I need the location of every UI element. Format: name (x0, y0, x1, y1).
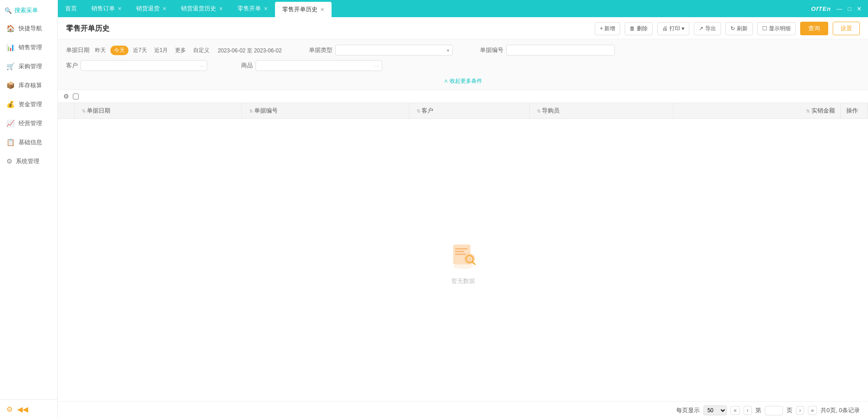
sidebar-item-operations[interactable]: 📈经营管理 (0, 114, 57, 133)
prev-page-btn[interactable]: ‹ (744, 406, 752, 415)
header-row: ⇅ 单据日期⇅ 单据编号⇅ 客户⇅ 导购员⇅ 实销金额操作 (58, 103, 868, 119)
minimize-btn[interactable]: — (836, 5, 842, 12)
tab-close-sales-return[interactable]: ✕ (162, 6, 166, 12)
doc-no-filter: 单据编号 (480, 45, 615, 56)
display-label: 显示明细 (769, 25, 791, 33)
tab-retail-open[interactable]: 零售开单✕ (230, 0, 275, 17)
nav-icon-sales-mgmt: 📊 (6, 43, 15, 52)
print-button[interactable]: 🖨 🖨 打印 打印 ▾ (657, 22, 689, 35)
next-page-btn[interactable]: › (796, 406, 804, 415)
page-number-input[interactable]: 1 (765, 406, 783, 415)
sidebar-item-basic-info[interactable]: 📋基础信息 (0, 133, 57, 152)
doc-type-select-wrapper: ▾ (335, 45, 453, 56)
nav-icon-quick-nav: 🏠 (6, 24, 15, 33)
collapse-conditions[interactable]: ∧ 收起更多条件 (66, 75, 860, 88)
nav-icon-purchase-mgmt: 🛒 (6, 62, 15, 71)
sidebar-collapse-icon[interactable]: ◀◀ (17, 405, 28, 414)
column-settings-icon[interactable]: ⚙ (63, 93, 69, 100)
date-shortcut-today[interactable]: 今天 (110, 46, 128, 55)
tab-close-retail-history[interactable]: ✕ (320, 7, 324, 13)
close-btn[interactable]: ✕ (857, 5, 862, 12)
tab-bar: 首页销售订单✕销货退货✕销货退货历史✕零售开单✕零售开单历史✕ OfTEn — … (58, 0, 868, 17)
nav-label-sales-mgmt: 销售管理 (19, 43, 42, 52)
doc-type-select[interactable] (335, 45, 453, 56)
export-icon: ↗ (699, 25, 703, 32)
refresh-label: 刷新 (737, 25, 748, 33)
empty-state: 暂无数据 (58, 119, 868, 401)
settings-button[interactable]: 设置 (833, 22, 860, 35)
refresh-button[interactable]: ↻ 刷新 (726, 22, 753, 35)
page-label: 第 (755, 406, 761, 414)
tab-label-sales-return-history: 销货退货历史 (181, 5, 216, 13)
sidebar-search-label: 搜索采单 (14, 6, 38, 14)
delete-button[interactable]: 🗑 删除 (625, 22, 652, 35)
export-button[interactable]: ↗ 导出 (694, 22, 721, 35)
tab-retail-history[interactable]: 零售开单历史✕ (275, 2, 332, 17)
brand-label: OfTEn (811, 5, 831, 12)
tab-bar-right: OfTEn — □ ✕ (805, 5, 868, 12)
date-label: 单据日期 (66, 46, 90, 54)
customer-input[interactable] (81, 60, 207, 71)
table-area: ⚙ ⇅ 单据日期⇅ 单据编号⇅ 客户⇅ 导购员⇅ 实销金额操作 (58, 90, 868, 401)
th-settings (58, 103, 74, 119)
tab-close-sales-order[interactable]: ✕ (118, 6, 122, 12)
refresh-icon: ↻ (730, 25, 735, 32)
sort-icon-salesperson[interactable]: ⇅ (537, 108, 541, 113)
svg-rect-3 (455, 251, 464, 252)
query-button[interactable]: 查询 (800, 22, 828, 35)
sort-icon-no[interactable]: ⇅ (249, 108, 253, 113)
export-label: 导出 (705, 25, 716, 33)
tab-home[interactable]: 首页 (58, 0, 84, 17)
sidebar-item-sales-mgmt[interactable]: 📊销售管理 (0, 38, 57, 57)
nav-label-basic-info: 基础信息 (19, 138, 42, 146)
last-page-btn[interactable]: » (808, 406, 817, 415)
per-page-select[interactable]: 50 100 200 (703, 405, 727, 415)
toolbar: + 新增 🗑 删除 🖨 🖨 打印 打印 ▾ ↗ 导出 ↻ 刷新 ☐ 显 (595, 22, 860, 35)
tab-sales-order[interactable]: 销售订单✕ (84, 0, 129, 17)
page-title: 零售开单历史 (66, 24, 109, 33)
sidebar-item-purchase-mgmt[interactable]: 🛒采购管理 (0, 57, 57, 76)
sidebar-item-quick-nav[interactable]: 🏠快捷导航 (0, 19, 57, 38)
add-button[interactable]: + 新增 (595, 22, 620, 35)
sort-icon-amount[interactable]: ⇅ (806, 108, 810, 113)
filter-area: 单据日期 昨天今天近7天近1月更多自定义 2023-06-02 至 2023-0… (58, 39, 868, 90)
sort-icon-date[interactable]: ⇅ (82, 108, 85, 113)
customer-label: 客户 (66, 61, 78, 70)
display-detail-button[interactable]: ☐ 显示明细 (757, 22, 796, 35)
date-shortcut-last7days[interactable]: 近7天 (130, 46, 150, 55)
filter-row-1: 单据日期 昨天今天近7天近1月更多自定义 2023-06-02 至 2023-0… (66, 45, 860, 56)
tab-close-retail-open[interactable]: ✕ (264, 6, 268, 12)
date-shortcut-custom[interactable]: 自定义 (190, 46, 212, 55)
tab-sales-return-history[interactable]: 销货退货历史✕ (174, 0, 230, 17)
maximize-btn[interactable]: □ (848, 5, 851, 12)
date-shortcut-yesterday[interactable]: 昨天 (92, 46, 109, 55)
tab-close-sales-return-history[interactable]: ✕ (219, 6, 223, 12)
date-shortcut-more[interactable]: 更多 (172, 46, 189, 55)
nav-icon-basic-info: 📋 (6, 138, 15, 146)
doc-type-filter: 单据类型 ▾ (309, 45, 453, 56)
date-filter: 单据日期 昨天今天近7天近1月更多自定义 2023-06-02 至 2023-0… (66, 46, 282, 55)
first-page-btn[interactable]: « (730, 406, 740, 415)
svg-rect-4 (455, 254, 466, 255)
select-all-checkbox[interactable] (73, 94, 79, 99)
nav-icon-finance: 💰 (6, 100, 15, 108)
tab-label-sales-return: 销货退货 (136, 5, 160, 13)
doc-no-input[interactable] (506, 45, 615, 56)
product-input[interactable] (256, 60, 382, 71)
sidebar-item-inventory[interactable]: 📦库存核算 (0, 76, 57, 95)
tab-sales-return[interactable]: 销货退货✕ (129, 0, 174, 17)
sidebar-search[interactable]: 🔍 搜索采单 (0, 0, 57, 19)
date-shortcuts: 昨天今天近7天近1月更多自定义 (92, 46, 212, 55)
sort-icon-customer[interactable]: ⇅ (417, 108, 420, 113)
sidebar-item-finance[interactable]: 💰资金管理 (0, 95, 57, 114)
settings-icon[interactable]: ⚙ (6, 405, 13, 414)
display-icon: ☐ (762, 25, 767, 32)
date-shortcut-last_month[interactable]: 近1月 (152, 46, 171, 55)
doc-no-label: 单据编号 (480, 46, 503, 54)
pagination: 每页显示 50 100 200 « ‹ 第 1 页 › » 共0页, 0条记录 (58, 401, 868, 419)
nav-label-purchase-mgmt: 采购管理 (19, 62, 42, 71)
search-icon: 🔍 (5, 7, 12, 14)
nav-icon-system-mgmt: ⚙ (6, 157, 12, 165)
tab-label-retail-history: 零售开单历史 (282, 5, 318, 14)
sidebar-item-system-mgmt[interactable]: ⚙系统管理 (0, 152, 57, 171)
